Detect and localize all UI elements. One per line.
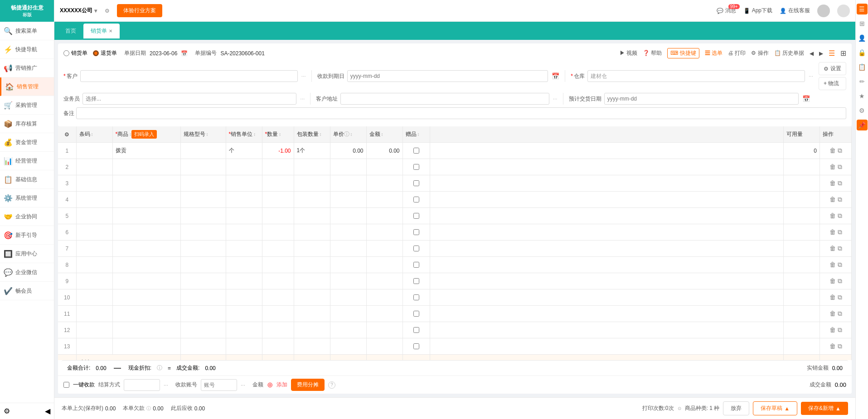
row-qty-3[interactable] xyxy=(262,192,294,208)
settlement-dots[interactable]: ··· xyxy=(164,382,168,388)
row-memo-8[interactable] xyxy=(430,273,784,289)
row-unit-0[interactable]: 个 xyxy=(226,143,262,159)
row-barcode-5[interactable] xyxy=(76,224,112,241)
row-gift-2[interactable] xyxy=(402,175,430,192)
row-product-10[interactable] xyxy=(112,306,180,322)
row-price-5[interactable] xyxy=(330,224,366,241)
row-pkgqty-7[interactable] xyxy=(294,257,330,273)
row-memo-4[interactable] xyxy=(430,208,784,224)
row-qty-2[interactable] xyxy=(262,175,294,192)
row-pkgqty-3[interactable] xyxy=(294,192,330,208)
tab-home[interactable]: 首页 xyxy=(58,24,83,39)
row-amount-10[interactable] xyxy=(366,306,402,322)
row-gift-10[interactable] xyxy=(402,306,430,322)
row-pkgqty-4[interactable] xyxy=(294,208,330,224)
copy-icon-4[interactable]: ⧉ xyxy=(838,212,842,220)
row-product-12[interactable] xyxy=(112,338,180,355)
row-price-7[interactable] xyxy=(330,257,366,273)
tab-sales-order[interactable]: 销货单 ✕ xyxy=(83,24,120,39)
row-memo-12[interactable] xyxy=(430,338,784,355)
shortcut-btn[interactable]: ⌨ 快捷键 xyxy=(667,48,699,58)
row-barcode-4[interactable] xyxy=(76,208,112,224)
row-gift-5[interactable] xyxy=(402,224,430,241)
gift-checkbox-2[interactable] xyxy=(413,180,419,186)
scan-button[interactable]: 扫码录入 xyxy=(131,130,157,139)
copy-icon-5[interactable]: ⧉ xyxy=(838,228,842,236)
row-pkgqty-1[interactable] xyxy=(294,159,330,175)
delete-icon-11[interactable]: 🗑 xyxy=(829,326,836,334)
row-spec-7[interactable] xyxy=(180,257,226,273)
row-price-4[interactable] xyxy=(330,208,366,224)
row-qty-7[interactable] xyxy=(262,257,294,273)
sidebar-item-0[interactable]: 🔍搜索菜单 xyxy=(0,22,54,40)
row-pkgqty-0[interactable]: 1个 xyxy=(294,143,330,159)
row-barcode-0[interactable] xyxy=(76,143,112,159)
help-circle-icon[interactable]: ⓘ xyxy=(157,364,162,372)
row-spec-2[interactable] xyxy=(180,175,226,192)
app-download-btn[interactable]: 📱 App下载 xyxy=(743,7,772,14)
row-amount-1[interactable] xyxy=(366,159,402,175)
table-wrapper[interactable]: ⚙ 条码↕ *商品↕扫码录入 规格型号↕ *销售单位↕ *数量↕ 包装数量↕ 单… xyxy=(58,126,852,360)
row-amount-0[interactable]: 0.00 xyxy=(366,143,402,159)
abandon-button[interactable]: 放弃 xyxy=(723,401,749,415)
rt-settings-icon[interactable]: ⚙ xyxy=(857,105,868,116)
radio-sale-input[interactable] xyxy=(63,50,69,56)
row-gift-0[interactable] xyxy=(402,143,430,159)
gift-checkbox-7[interactable] xyxy=(413,262,419,268)
row-pkgqty-2[interactable] xyxy=(294,175,330,192)
row-memo-7[interactable] xyxy=(430,257,784,273)
gift-checkbox-12[interactable] xyxy=(413,343,419,349)
sidebar-item-8[interactable]: 📋基础信息 xyxy=(0,170,54,189)
copy-icon-9[interactable]: ⧉ xyxy=(838,294,842,301)
customer-input[interactable] xyxy=(80,70,298,82)
rt-orange-icon[interactable]: 📌 xyxy=(857,120,868,130)
row-product-3[interactable] xyxy=(112,192,180,208)
row-spec-12[interactable] xyxy=(180,338,226,355)
delivery-date-input[interactable] xyxy=(604,93,799,105)
row-spec-9[interactable] xyxy=(180,289,226,306)
row-amount-8[interactable] xyxy=(366,273,402,289)
row-spec-10[interactable] xyxy=(180,306,226,322)
delete-icon-5[interactable]: 🗑 xyxy=(829,228,836,236)
customer-dots[interactable]: ··· xyxy=(301,73,306,79)
row-spec-11[interactable] xyxy=(180,322,226,338)
history-btn[interactable]: 📋 历史单据 xyxy=(774,49,804,57)
select-btn[interactable]: ☰ 选单 xyxy=(705,49,723,57)
row-price-3[interactable] xyxy=(330,192,366,208)
warehouse-input[interactable] xyxy=(587,70,805,82)
row-price-11[interactable] xyxy=(330,322,366,338)
message-btn[interactable]: 💬 消息 99+ xyxy=(717,7,736,14)
row-barcode-6[interactable] xyxy=(76,241,112,257)
row-barcode-2[interactable] xyxy=(76,175,112,192)
product-type-icon[interactable]: ⊙ xyxy=(678,406,681,411)
row-memo-6[interactable] xyxy=(430,241,784,257)
rt-table-icon[interactable]: 📋 xyxy=(857,62,868,72)
row-gift-9[interactable] xyxy=(402,289,430,306)
row-unit-11[interactable] xyxy=(226,322,262,338)
grid-view-icon[interactable]: ⊞ xyxy=(840,49,846,58)
row-gift-6[interactable] xyxy=(402,241,430,257)
radio-return[interactable]: 退货单 xyxy=(93,49,117,57)
row-unit-8[interactable] xyxy=(226,273,262,289)
row-barcode-3[interactable] xyxy=(76,192,112,208)
row-product-9[interactable] xyxy=(112,289,180,306)
row-unit-1[interactable] xyxy=(226,159,262,175)
row-pkgqty-8[interactable] xyxy=(294,273,330,289)
row-pkgqty-6[interactable] xyxy=(294,241,330,257)
row-spec-6[interactable] xyxy=(180,241,226,257)
row-unit-3[interactable] xyxy=(226,192,262,208)
delete-icon-7[interactable]: 🗑 xyxy=(829,261,836,269)
row-pkgqty-10[interactable] xyxy=(294,306,330,322)
row-pkgqty-12[interactable] xyxy=(294,338,330,355)
account-dots[interactable]: ··· xyxy=(241,382,245,388)
row-price-12[interactable] xyxy=(330,338,366,355)
gift-checkbox-3[interactable] xyxy=(413,197,419,202)
print-btn[interactable]: 🖨 打印 xyxy=(728,49,746,57)
row-product-5[interactable] xyxy=(112,224,180,241)
sidebar-item-13[interactable]: 💬企业微信 xyxy=(0,263,54,282)
setting-button[interactable]: ⚙ 设置 xyxy=(819,62,846,75)
row-unit-10[interactable] xyxy=(226,306,262,322)
row-memo-9[interactable] xyxy=(430,289,784,306)
footer-help-icon[interactable]: ? xyxy=(328,381,335,389)
copy-icon-6[interactable]: ⧉ xyxy=(838,245,842,252)
